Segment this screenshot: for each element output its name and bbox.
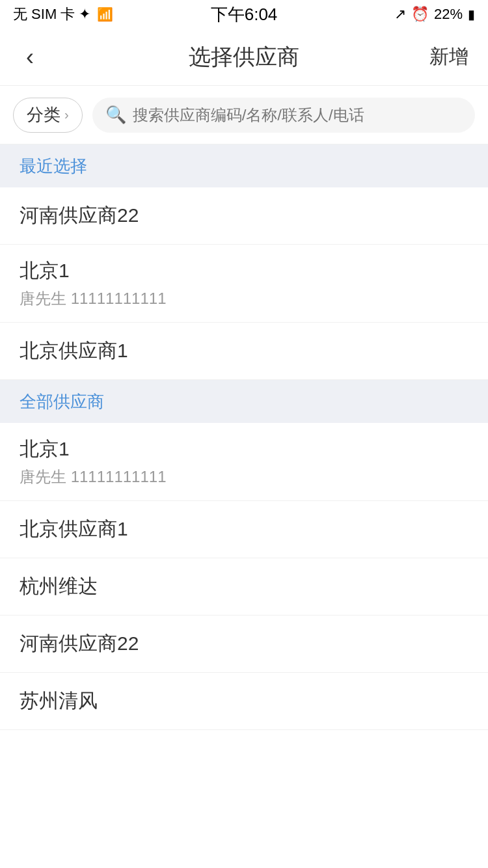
recent-supplier-list: 河南供应商22北京1唐先生 11111111111北京供应商1 bbox=[0, 187, 488, 380]
chevron-right-icon: › bbox=[64, 107, 69, 122]
status-right: ↗ ⏰ 22% ▮ bbox=[394, 6, 475, 23]
back-button[interactable]: ‹ bbox=[20, 37, 40, 77]
all-supplier-list: 北京1唐先生 11111111111北京供应商1杭州维达河南供应商22苏州清风 bbox=[0, 423, 488, 730]
list-item[interactable]: 北京1唐先生 11111111111 bbox=[0, 245, 488, 323]
list-item[interactable]: 苏州清风 bbox=[0, 673, 488, 730]
all-section-label: 全部供应商 bbox=[20, 390, 104, 413]
supplier-name: 北京1 bbox=[20, 436, 468, 463]
location-icon: ↗ bbox=[394, 6, 406, 23]
recent-section-header: 最近选择 bbox=[0, 144, 488, 187]
category-label: 分类 bbox=[27, 103, 61, 126]
category-filter-button[interactable]: 分类 › bbox=[13, 98, 83, 133]
wifi-icon: 📶 bbox=[97, 7, 113, 22]
supplier-contact: 唐先生 11111111111 bbox=[20, 467, 468, 487]
new-supplier-button[interactable]: 新增 bbox=[429, 44, 468, 70]
search-icon: 🔍 bbox=[105, 105, 126, 125]
search-box[interactable]: 🔍 bbox=[92, 98, 475, 133]
list-item[interactable]: 北京1唐先生 11111111111 bbox=[0, 423, 488, 501]
supplier-name: 北京1 bbox=[20, 258, 468, 284]
sim-status: 无 SIM 卡 ✦ bbox=[13, 5, 90, 24]
list-item[interactable]: 河南供应商22 bbox=[0, 616, 488, 673]
supplier-name: 北京供应商1 bbox=[20, 516, 468, 543]
supplier-name: 苏州清风 bbox=[20, 688, 468, 714]
supplier-name: 北京供应商1 bbox=[20, 338, 468, 364]
status-time: 下午6:04 bbox=[211, 3, 278, 26]
recent-section-label: 最近选择 bbox=[20, 155, 87, 178]
battery-icon: ▮ bbox=[468, 7, 475, 22]
filter-bar: 分类 › 🔍 bbox=[0, 86, 488, 144]
alarm-icon: ⏰ bbox=[411, 6, 429, 23]
all-section-header: 全部供应商 bbox=[0, 380, 488, 423]
list-item[interactable]: 北京供应商1 bbox=[0, 501, 488, 558]
list-item[interactable]: 北京供应商1 bbox=[0, 323, 488, 380]
supplier-contact: 唐先生 11111111111 bbox=[20, 288, 468, 309]
page-title: 选择供应商 bbox=[189, 42, 299, 72]
supplier-name: 杭州维达 bbox=[20, 573, 468, 600]
search-input[interactable] bbox=[133, 106, 462, 124]
battery-level: 22% bbox=[434, 6, 463, 23]
supplier-name: 河南供应商22 bbox=[20, 202, 468, 229]
status-left: 无 SIM 卡 ✦ 📶 bbox=[13, 5, 113, 24]
list-item[interactable]: 杭州维达 bbox=[0, 558, 488, 616]
status-bar: 无 SIM 卡 ✦ 📶 下午6:04 ↗ ⏰ 22% ▮ bbox=[0, 0, 488, 29]
supplier-name: 河南供应商22 bbox=[20, 631, 468, 657]
nav-bar: ‹ 选择供应商 新增 bbox=[0, 29, 488, 86]
list-item[interactable]: 河南供应商22 bbox=[0, 187, 488, 245]
